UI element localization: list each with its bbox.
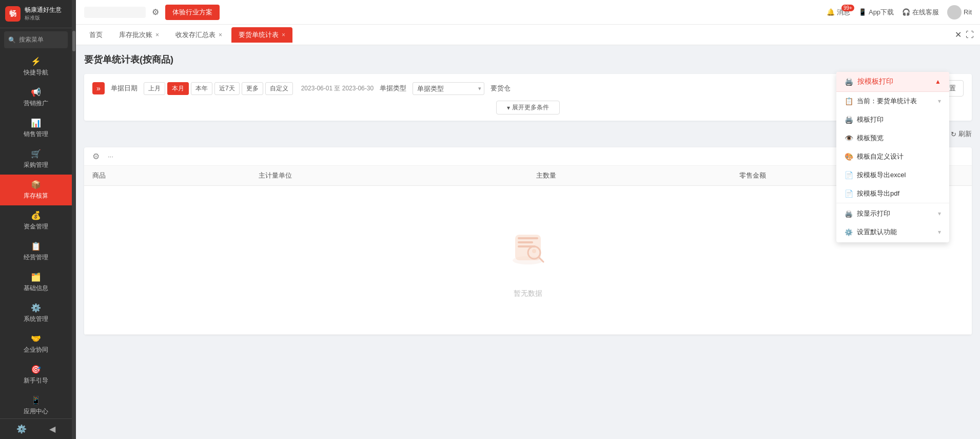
date-btn-this-year[interactable]: 本年 [191,82,212,95]
date-btn-this-month[interactable]: 本月 [167,82,189,95]
template-pdf-label: 按模板导出pdf [857,189,899,198]
page-content: 要货单统计表(按商品) » 单据日期 上月 本月 本年 近7天 更多 自定义 2… [76,45,980,439]
empty-icon [502,222,554,283]
svg-rect-3 [518,241,533,243]
refresh-icon: ↻ [951,130,956,138]
display-print-icon: 🖨️ [845,210,853,218]
template-excel-item[interactable]: 📄 按模板导出excel [836,166,949,184]
expand-more-button[interactable]: ▾ 展开更多条件 [496,101,560,114]
sidebar-search[interactable]: 🔍 搜索菜单 [4,31,68,48]
sidebar-item-inventory[interactable]: 📦 库存核算 [0,175,72,205]
display-print-label: 按显示打印 [857,209,890,218]
tab-receivable-summary[interactable]: 收发存汇总表 × [168,27,229,43]
col-qty: 主数量 [528,166,731,186]
app-edition: 标准版 [25,14,62,22]
trial-button[interactable]: 体验行业方案 [165,5,220,20]
sidebar-search-label: 搜索菜单 [19,35,44,44]
sidebar-scroll-thumb [72,31,75,51]
sidebar-item-operation[interactable]: 📋 经营管理 [0,236,72,267]
sidebar-item-label: 企业协同 [24,346,48,354]
display-print-chevron: ▾ [938,210,941,217]
sidebar-item-label: 新手引导 [24,376,48,385]
filter-expand-btn[interactable]: » [92,82,105,94]
sidebar-item-label: 库存核算 [24,192,48,200]
sidebar-item-finance[interactable]: 💰 资金管理 [0,205,72,236]
expand-tabs-btn[interactable]: ⛶ [966,30,974,40]
topbar-left: ⚙ 体验行业方案 [84,5,220,20]
more-icon[interactable]: ··· [108,152,113,160]
sidebar-item-apps[interactable]: 📱 应用中心 [0,390,72,418]
col-product: 商品 [84,166,250,186]
sidebar-item-label: 基础信息 [24,284,48,293]
cooperation-icon: 🤝 [31,334,41,343]
user-profile[interactable]: Rit [947,5,972,20]
tab-label: 首页 [89,30,103,40]
quick-nav-icon: ⚡ [31,56,41,66]
sidebar-item-basic[interactable]: 🗂️ 基础信息 [0,267,72,298]
operation-icon: 📋 [31,241,41,251]
template-print-item[interactable]: 🖨️ 模板打印 [836,110,949,129]
sidebar-logo: 畅 畅康通好生意 标准版 [0,0,72,28]
template-preview-item[interactable]: 👁️ 模板预览 [836,129,949,147]
tab-label: 收发存汇总表 [175,30,215,40]
topbar-search-input[interactable] [84,7,146,18]
set-default-label: 设置默认功能 [857,227,897,237]
empty-state: 暂无数据 [92,191,964,329]
refresh-button[interactable]: ↻ 刷新 [951,129,972,139]
online-service-btn[interactable]: 🎧 在线客服 [902,8,939,17]
display-print-item[interactable]: 🖨️ 按显示打印 ▾ [836,204,949,223]
template-custom-item[interactable]: 🎨 模板自定义设计 [836,147,949,166]
tab-order-stats[interactable]: 要货单统计表 × [231,27,292,43]
sidebar-item-cooperation[interactable]: 🤝 企业协同 [0,329,72,359]
template-custom-label: 模板自定义设计 [857,152,904,161]
empty-text: 暂无数据 [514,289,542,298]
table-settings-icon[interactable]: ⚙ [92,151,100,161]
current-template-item[interactable]: 📋 当前：要货单统计表 ▾ [836,92,949,110]
print-header-icon: 🖨️ [845,78,853,86]
tab-close-order-stats[interactable]: × [282,31,285,39]
set-default-item[interactable]: ⚙️ 设置默认功能 ▾ [836,223,949,241]
order-type-select-wrap: 单据类型 [413,82,484,95]
template-print-icon: 🖨️ [845,116,853,124]
topbar-gear-icon[interactable]: ⚙ [152,7,159,17]
sidebar-item-quick-nav[interactable]: ⚡ 快捷导航 [0,51,72,82]
sidebar-item-label: 资金管理 [24,222,48,231]
date-btn-7days[interactable]: 近7天 [214,82,240,95]
app-icon: 畅 [5,6,21,22]
sidebar-item-marketing[interactable]: 📢 营销推广 [0,82,72,113]
date-btn-last-month[interactable]: 上月 [144,82,165,95]
sidebar-item-guide[interactable]: 🎯 新手引导 [0,359,72,390]
order-type-select[interactable]: 单据类型 [413,82,484,95]
sidebar-item-label: 销售管理 [24,130,48,139]
template-custom-icon: 🎨 [845,152,853,161]
notifications-btn[interactable]: 🔔 消息 99+ [827,8,850,17]
dropdown-header-chevron[interactable]: ▲ [935,78,941,85]
sidebar-item-system[interactable]: ⚙️ 系统管理 [0,298,72,329]
filter-row: » 单据日期 上月 本月 本年 近7天 更多 自定义 2023-06-01 至 … [92,80,964,97]
tab-close-receivable[interactable]: × [219,31,222,39]
sidebar-item-sales[interactable]: 📊 销售管理 [0,113,72,144]
sidebar-item-purchase[interactable]: 🛒 采购管理 [0,144,72,175]
collapse-icon[interactable]: ◀ [49,424,55,434]
template-excel-icon: 📄 [845,171,853,179]
template-pdf-item[interactable]: 📄 按模板导出pdf [836,184,949,203]
tab-home[interactable]: 首页 [82,27,110,43]
inventory-icon: 📦 [31,180,41,189]
tab-label: 要货单统计表 [239,30,279,40]
settings-icon[interactable]: ⚙️ [16,424,27,434]
marketing-icon: 📢 [31,87,41,97]
close-all-tabs-btn[interactable]: ✕ [955,30,962,40]
sidebar-item-label: 系统管理 [24,315,48,323]
set-default-chevron: ▾ [938,228,941,236]
date-btn-custom[interactable]: 自定义 [265,82,293,95]
tab-close-inventory-batch[interactable]: × [155,31,159,39]
tab-inventory-batch[interactable]: 库存批次账 × [112,27,166,43]
date-filter-label: 单据日期 [111,84,138,93]
dropdown-title: 按模板打印 [857,77,893,86]
main-content: ⚙ 体验行业方案 🔔 消息 99+ 📱 App下载 🎧 在线客服 Rit [76,0,980,439]
sidebar-item-label: 营销推广 [24,99,48,108]
date-btn-more[interactable]: 更多 [242,82,263,95]
app-download-btn[interactable]: 📱 App下载 [858,8,894,17]
topbar: ⚙ 体验行业方案 🔔 消息 99+ 📱 App下载 🎧 在线客服 Rit [76,0,980,25]
template-pdf-icon: 📄 [845,189,853,198]
